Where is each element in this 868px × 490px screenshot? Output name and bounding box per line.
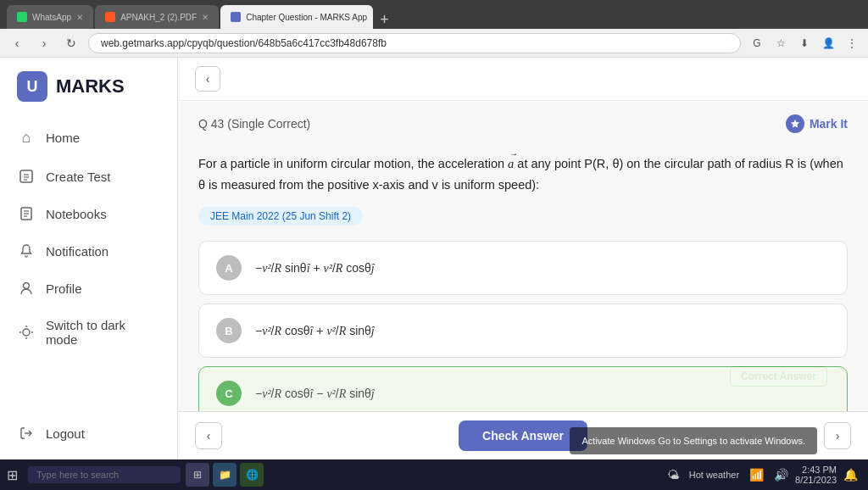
tab-pdf[interactable]: APNAKH_2 (2).PDF ✕ [95, 5, 219, 29]
tab-pdf-label: APNAKH_2 (2).PDF [120, 13, 197, 22]
option-a-text: −v²/R sinθî + v²/R cosθĵ [255, 261, 375, 276]
taskbar-system-icons: 🌤 Hot weather 📶 🔊 2:43 PM 8/21/2023 🔔 [664, 465, 861, 485]
create-test-icon [17, 169, 36, 184]
options-list: A −v²/R sinθî + v²/R cosθĵ B −v²/R cosθî… [198, 241, 848, 411]
taskbar-search-input[interactable] [28, 466, 181, 483]
taskbar: ⊞ ⊞ 📁 🌐 🌤 Hot weather 📶 🔊 2:43 PM 8/21/2… [0, 459, 868, 490]
extensions-button[interactable]: G [748, 34, 766, 53]
tab-pdf-close[interactable]: ✕ [202, 13, 209, 22]
mark-it-icon [786, 114, 804, 133]
notebooks-icon [17, 206, 36, 221]
option-c-text: −v²/R cosθî − v²/R sinθĵ [255, 387, 375, 401]
windows-start-icon[interactable]: ⊞ [7, 467, 18, 483]
taskbar-time-display: 2:43 PM 8/21/2023 [795, 465, 837, 485]
logout-label: Logout [46, 426, 85, 441]
question-text-part1: For a particle in uniform circular motio… [198, 157, 508, 170]
mark-it-button[interactable]: Mark It [786, 114, 848, 133]
mark-it-label: Mark It [810, 117, 848, 131]
sidebar-item-dark-mode[interactable]: Switch to dark mode [0, 308, 177, 357]
dark-mode-icon [17, 325, 36, 340]
logout-icon [17, 426, 36, 441]
tab-whatsapp[interactable]: WhatsApp ✕ [7, 5, 93, 29]
content-header: ‹ [178, 58, 868, 101]
browser-toolbar-icons: G ☆ ⬇ 👤 ⋮ [748, 34, 861, 53]
question-area: Q 43 (Single Correct) Mark It For a part… [178, 101, 868, 411]
taskbar-app-chrome[interactable]: 🌐 [240, 463, 264, 487]
question-number: Q 43 (Single Correct) [198, 117, 310, 131]
svg-point-9 [23, 329, 30, 336]
taskbar-notification-icon[interactable]: 🔔 [840, 466, 861, 483]
sidebar: U MARKS ⌂ Home Create Test [0, 58, 178, 459]
taskbar-sound-icon: 🔊 [771, 466, 792, 483]
logo-letter: U [27, 78, 38, 96]
question-text: For a particle in uniform circular motio… [198, 147, 848, 195]
tab-whatsapp-close[interactable]: ✕ [76, 13, 83, 22]
sidebar-item-notification[interactable]: Notification [0, 233, 177, 269]
tab-whatsapp-label: WhatsApp [32, 13, 71, 22]
taskbar-network-icon: 📶 [746, 466, 767, 483]
sidebar-item-profile-label: Profile [46, 281, 82, 296]
sidebar-item-notebooks[interactable]: Notebooks [0, 196, 177, 231]
option-b[interactable]: B −v²/R cosθî + v²/R sinθĵ [198, 303, 848, 358]
taskbar-app-task-manager[interactable]: ⊞ [186, 463, 209, 487]
option-c-wrapper: Correct Answer C −v²/R cosθî − v²/R sinθ… [198, 366, 848, 411]
svg-point-8 [24, 283, 30, 289]
tag-badge: JEE Main 2022 (25 Jun Shift 2) [198, 207, 363, 226]
svg-rect-0 [20, 170, 32, 182]
sidebar-item-create-test-label: Create Test [46, 170, 110, 184]
download-button[interactable]: ⬇ [795, 34, 814, 53]
acceleration-vector: → a [508, 147, 514, 175]
sidebar-item-create-test[interactable]: Create Test [0, 159, 177, 194]
sidebar-logo: U MARKS [0, 71, 177, 119]
sidebar-item-notebooks-label: Notebooks [46, 207, 107, 221]
profile-button[interactable]: 👤 [819, 34, 837, 53]
sidebar-item-home-label: Home [46, 131, 80, 145]
option-c[interactable]: C −v²/R cosθî − v²/R sinθĵ [198, 366, 848, 411]
pdf-favicon [105, 12, 115, 22]
main-content: ‹ Q 43 (Single Correct) Mark It For a pa… [178, 58, 868, 459]
taskbar-hot-weather-label: Hot weather [686, 468, 743, 482]
bookmark-button[interactable]: ☆ [771, 34, 790, 53]
taskbar-date: 8/21/2023 [795, 475, 837, 485]
sidebar-item-home[interactable]: ⌂ Home [0, 119, 177, 157]
whatsapp-favicon [17, 12, 27, 22]
forward-button[interactable]: › [34, 33, 54, 53]
sidebar-nav: ⌂ Home Create Test [0, 119, 177, 415]
home-icon: ⌂ [17, 129, 36, 147]
content-back-button[interactable]: ‹ [195, 66, 220, 92]
option-c-label: C [216, 381, 242, 406]
new-tab-button[interactable]: + [375, 11, 394, 29]
sidebar-item-dark-mode-label: Switch to dark mode [46, 318, 160, 347]
refresh-button[interactable]: ↻ [61, 33, 81, 53]
address-input[interactable] [88, 33, 741, 53]
next-question-button[interactable]: › [824, 422, 851, 449]
notification-icon [17, 243, 36, 259]
marks-favicon [231, 12, 241, 22]
menu-button[interactable]: ⋮ [843, 34, 861, 53]
profile-nav-icon [17, 281, 36, 296]
option-a-label: A [216, 255, 242, 281]
option-b-label: B [216, 318, 242, 343]
taskbar-app-icons: ⊞ 📁 🌐 [186, 463, 264, 487]
app-container: U MARKS ⌂ Home Create Test [0, 58, 868, 459]
taskbar-time: 2:43 PM [795, 465, 837, 475]
tab-marks-label: Chapter Question - MARKS App [246, 13, 367, 22]
check-answer-button[interactable]: Check Answer [459, 420, 587, 451]
taskbar-app-files[interactable]: 📁 [213, 463, 236, 487]
sidebar-item-notification-label: Notification [46, 244, 108, 259]
logo-icon: U [17, 71, 47, 102]
sidebar-item-profile[interactable]: Profile [0, 270, 177, 306]
address-bar-row: ‹ › ↻ G ☆ ⬇ 👤 ⋮ [0, 29, 868, 58]
tab-marks-close[interactable]: ✕ [372, 13, 373, 22]
option-a[interactable]: A −v²/R sinθî + v²/R cosθĵ [198, 241, 848, 295]
back-button[interactable]: ‹ [7, 33, 27, 53]
tab-marks[interactable]: Chapter Question - MARKS App ✕ [220, 5, 373, 29]
tab-list: WhatsApp ✕ APNAKH_2 (2).PDF ✕ Chapter Qu… [7, 0, 394, 29]
sidebar-item-logout[interactable]: Logout [0, 415, 177, 451]
logo-text: MARKS [56, 75, 125, 97]
question-meta-row: Q 43 (Single Correct) Mark It [198, 114, 848, 133]
option-b-text: −v²/R cosθî + v²/R sinθĵ [255, 324, 375, 338]
prev-question-button[interactable]: ‹ [195, 422, 222, 449]
browser-tab-bar: WhatsApp ✕ APNAKH_2 (2).PDF ✕ Chapter Qu… [0, 0, 868, 29]
taskbar-weather-icon: 🌤 [664, 466, 682, 483]
